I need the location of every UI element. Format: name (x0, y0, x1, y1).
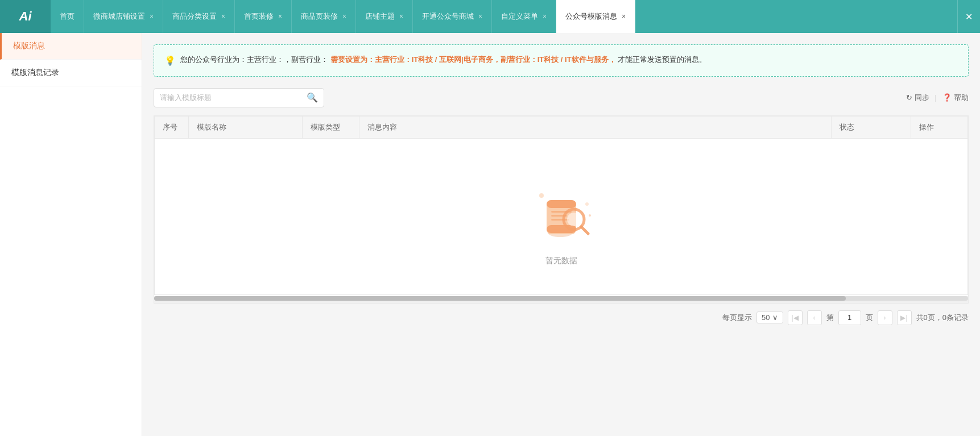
svg-point-11 (585, 202, 589, 206)
nav-tab-custom-menu[interactable]: 自定义菜单× (492, 0, 556, 33)
page-size-label: 每页显示 (722, 313, 752, 323)
data-table: 序号模版名称模版类型消息内容状态操作 (154, 116, 968, 295)
toolbar-right: ↻ 同步 | ❓ 帮助 (906, 93, 969, 103)
sidebar: 模版消息模版消息记录 (0, 33, 142, 436)
close-tab-icon[interactable]: × (150, 13, 154, 20)
scrollbar-thumb (154, 296, 846, 301)
svg-rect-2 (547, 200, 576, 208)
next-page-button[interactable]: › (878, 310, 892, 325)
search-button[interactable]: 🔍 (307, 92, 318, 103)
nav-tab-home[interactable]: 首页 (51, 0, 84, 33)
top-nav: Ai 首页微商城店铺设置×商品分类设置×首页装修×商品页装修×店铺主题×开通公众… (0, 0, 980, 33)
notice-icon: 💡 (164, 53, 176, 68)
toolbar-divider: | (935, 93, 937, 102)
nav-tab-micro-shop[interactable]: 微商城店铺设置× (84, 0, 163, 33)
col-header-index: 序号 (155, 116, 189, 138)
nav-tab-store-theme[interactable]: 店铺主题× (356, 0, 413, 33)
nav-tab-template-msg[interactable]: 公众号模版消息× (556, 0, 635, 33)
svg-point-8 (567, 213, 581, 226)
help-button[interactable]: ❓ 帮助 (942, 93, 969, 103)
notice-banner: 💡 您的公众号行业为：主营行业：，副营行业： 需要设置为：主营行业：IT科技 /… (154, 44, 969, 77)
content-area: 💡 您的公众号行业为：主营行业：，副营行业： 需要设置为：主营行业：IT科技 /… (142, 33, 980, 436)
scrollbar-track (154, 296, 968, 301)
notice-highlight: 需要设置为：主营行业：IT科技 / 互联网|电子商务，副营行业：IT科技 / I… (330, 55, 616, 64)
svg-rect-6 (551, 219, 569, 221)
close-tab-icon[interactable]: × (622, 13, 626, 20)
close-tab-icon[interactable]: × (399, 13, 403, 20)
svg-point-10 (539, 193, 544, 198)
col-header-action: 操作 (911, 116, 968, 138)
table-empty-row: 暂无数据 (155, 138, 968, 294)
empty-illustration (527, 178, 596, 247)
col-header-status: 状态 (832, 116, 911, 138)
nav-tab-product-decor[interactable]: 商品页装修× (292, 0, 356, 33)
current-page-input[interactable] (838, 310, 861, 325)
table-header: 序号模版名称模版类型消息内容状态操作 (155, 116, 968, 138)
nav-tabs: 首页微商城店铺设置×商品分类设置×首页装修×商品页装修×店铺主题×开通公众号商城… (51, 0, 957, 33)
col-header-name: 模版名称 (189, 116, 303, 138)
total-label: 共0页，0条记录 (916, 313, 969, 323)
help-icon: ❓ (942, 93, 952, 102)
close-tab-icon[interactable]: × (278, 13, 282, 20)
app-logo: Ai (0, 0, 51, 33)
sidebar-item-template-message-log[interactable]: 模版消息记录 (0, 60, 142, 86)
search-row: 🔍 ↻ 同步 | ❓ 帮助 (154, 88, 969, 107)
search-input-wrap: 🔍 (154, 88, 324, 107)
main-layout: 模版消息模版消息记录 💡 您的公众号行业为：主营行业：，副营行业： 需要设置为：… (0, 33, 980, 436)
close-tab-icon[interactable]: × (342, 13, 346, 20)
sidebar-item-template-message[interactable]: 模版消息 (0, 33, 142, 60)
table-empty-cell: 暂无数据 (155, 138, 968, 294)
close-all-tabs-button[interactable]: ✕ (957, 0, 980, 33)
page-size-chevron-icon: ∨ (772, 313, 778, 322)
table-container: 序号模版名称模版类型消息内容状态操作 (154, 115, 969, 304)
close-tab-icon[interactable]: × (543, 13, 547, 20)
table-body: 暂无数据 (155, 138, 968, 294)
nav-tab-product-category[interactable]: 商品分类设置× (163, 0, 235, 33)
page-unit: 页 (866, 313, 873, 323)
nav-tab-open-public-shop[interactable]: 开通公众号商城× (413, 0, 492, 33)
sync-icon: ↻ (906, 93, 912, 102)
svg-line-9 (581, 227, 588, 234)
prev-page-button[interactable]: ‹ (807, 310, 822, 325)
nav-tab-home-decor[interactable]: 首页装修× (235, 0, 292, 33)
first-page-button[interactable]: |◀ (788, 310, 803, 325)
sync-button[interactable]: ↻ 同步 (906, 93, 929, 103)
empty-text: 暂无数据 (545, 256, 577, 266)
last-page-button[interactable]: ▶| (897, 310, 912, 325)
table-header-row: 序号模版名称模版类型消息内容状态操作 (155, 116, 968, 138)
search-input[interactable] (160, 93, 307, 102)
col-header-type: 模版类型 (303, 116, 359, 138)
notice-text: 您的公众号行业为：主营行业：，副营行业： 需要设置为：主营行业：IT科技 / 互… (180, 53, 706, 66)
close-tab-icon[interactable]: × (478, 13, 482, 20)
empty-state: 暂无数据 (163, 144, 960, 289)
svg-point-12 (589, 214, 591, 217)
page-size-value: 50 (762, 313, 770, 322)
page-size-select[interactable]: 50 ∨ (756, 312, 783, 323)
pagination-row: 每页显示 50 ∨ |◀ ‹ 第 页 › ▶| 共0页，0条记录 (154, 304, 969, 327)
col-header-content: 消息内容 (359, 116, 832, 138)
page-word: 第 (826, 313, 834, 323)
scrollbar-area[interactable] (154, 296, 968, 303)
close-tab-icon[interactable]: × (221, 13, 225, 20)
